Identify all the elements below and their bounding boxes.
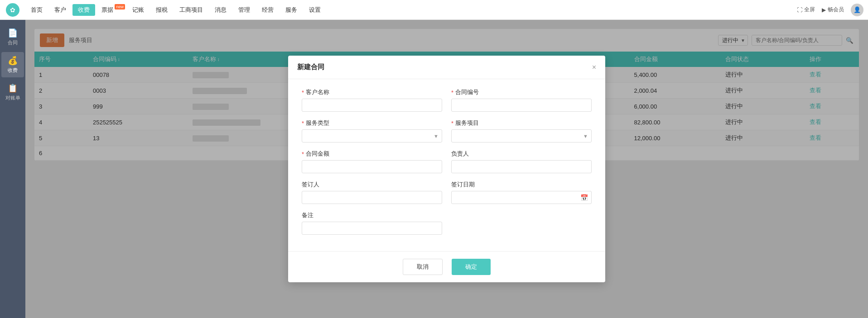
nav-business[interactable]: 工商项目 <box>174 4 208 16</box>
modal-dialog: 新建合同 × * 客户名称 <box>288 56 605 282</box>
nav-customer[interactable]: 客户 <box>49 4 72 16</box>
contract-amount-input[interactable]: 0.00 <box>302 160 442 173</box>
modal-footer: 取消 确定 <box>288 251 605 282</box>
sign-date-wrap: 2023-06-06 📅 <box>451 191 592 204</box>
form-group-contract-no: * 合同编号 <box>451 88 592 112</box>
service-type-label: * 服务类型 <box>302 119 442 127</box>
form-row-5: 备注 <box>302 211 592 235</box>
form-group-amount: * 合同金额 0.00 <box>302 150 442 173</box>
contract-no-input[interactable] <box>451 99 592 112</box>
modal-header: 新建合同 × <box>288 56 605 79</box>
main-layout: 📄 合同 💰 收费 📋 对账单 新增 服务项目 进行中 已完成 <box>0 20 868 318</box>
notes-label: 备注 <box>302 211 442 219</box>
content-area: 新增 服务项目 进行中 已完成 已终止 ▼ 🔍 <box>25 20 868 318</box>
service-item-label: * 服务项目 <box>451 119 592 127</box>
service-type-select[interactable] <box>302 129 442 142</box>
sidebar-item-contract[interactable]: 📄 合同 <box>1 24 24 50</box>
nav-service[interactable]: 服务 <box>280 4 303 16</box>
modal-title: 新建合同 <box>297 63 324 71</box>
sidebar-item-fee[interactable]: 💰 收费 <box>1 52 24 77</box>
responsible-input[interactable] <box>451 160 592 173</box>
fullscreen-icon: ⛶ <box>797 7 802 13</box>
nav-tax[interactable]: 报税 <box>150 4 173 16</box>
sign-date-input[interactable]: 2023-06-06 <box>451 191 592 204</box>
nav-right: ⛶ 全屏 ▶ 畅会员 👤 <box>797 4 863 16</box>
avatar[interactable]: 👤 <box>851 4 863 16</box>
sidebar: 📄 合同 💰 收费 📋 对账单 <box>0 20 25 318</box>
nav-ticket[interactable]: 票据 new <box>96 4 126 16</box>
form-group-service-type: * 服务类型 ▼ <box>302 119 442 142</box>
form-group-signer: 签订人 <box>302 180 442 204</box>
form-row-1: * 客户名称 * 合同编号 <box>302 88 592 112</box>
play-icon: ▶ <box>822 7 826 13</box>
form-group-notes: 备注 <box>302 211 442 235</box>
confirm-button[interactable]: 确定 <box>452 259 491 275</box>
new-badge: new <box>115 4 125 9</box>
signer-input[interactable] <box>302 191 442 204</box>
customer-name-input[interactable] <box>302 99 442 112</box>
form-group-responsible: 负责人 <box>451 150 592 173</box>
nav-message[interactable]: 消息 <box>209 4 232 16</box>
sidebar-item-statement[interactable]: 📋 对账单 <box>1 80 24 105</box>
form-group-service-item: * 服务项目 ▼ <box>451 119 592 142</box>
fullscreen-button[interactable]: ⛶ 全屏 <box>797 6 815 14</box>
modal-overlay: 新建合同 × * 客户名称 <box>25 20 868 318</box>
notes-input[interactable] <box>302 222 442 235</box>
contract-no-label: * 合同编号 <box>451 88 592 96</box>
service-item-select[interactable] <box>451 129 592 142</box>
member-button[interactable]: ▶ 畅会员 <box>822 6 844 14</box>
nav-accounting[interactable]: 记账 <box>127 4 149 16</box>
nav-settings[interactable]: 设置 <box>304 4 326 16</box>
form-row-3: * 合同金额 0.00 负责人 <box>302 150 592 173</box>
nav-home[interactable]: 首页 <box>25 4 48 16</box>
modal-body: * 客户名称 * 合同编号 <box>288 79 605 251</box>
signer-label: 签订人 <box>302 180 442 189</box>
customer-label: * 客户名称 <box>302 88 442 96</box>
amount-label: * 合同金额 <box>302 150 442 158</box>
logo-circle: ✿ <box>6 3 19 17</box>
form-group-sign-date: 签订日期 2023-06-06 📅 <box>451 180 592 204</box>
form-row-4: 签订人 签订日期 2023-06-06 📅 <box>302 180 592 204</box>
form-row-2: * 服务类型 ▼ * <box>302 119 592 142</box>
top-navigation: ✿ 首页 客户 收费 票据 new 记账 报税 工商项目 消息 管理 经营 服务… <box>0 0 868 20</box>
statement-icon: 📋 <box>8 83 18 93</box>
responsible-label: 负责人 <box>451 150 592 158</box>
sign-date-label: 签订日期 <box>451 180 592 189</box>
nav-items: 首页 客户 收费 票据 new 记账 报税 工商项目 消息 管理 经营 服务 设… <box>25 4 797 16</box>
contract-icon: 📄 <box>8 28 18 38</box>
modal-close-button[interactable]: × <box>592 63 596 71</box>
service-type-select-wrap: ▼ <box>302 129 442 142</box>
logo: ✿ <box>5 2 21 18</box>
nav-fee[interactable]: 收费 <box>72 4 95 16</box>
service-item-select-wrap: ▼ <box>451 129 592 142</box>
fee-icon: 💰 <box>8 56 18 66</box>
nav-operation[interactable]: 经营 <box>256 4 279 16</box>
form-group-customer: * 客户名称 <box>302 88 442 112</box>
form-group-placeholder <box>451 211 592 235</box>
cancel-button[interactable]: 取消 <box>403 259 443 275</box>
nav-manage[interactable]: 管理 <box>233 4 256 16</box>
